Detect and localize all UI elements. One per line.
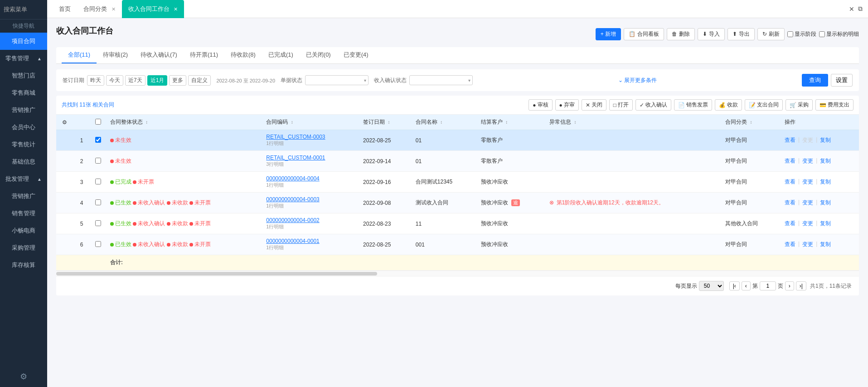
income-confirm-btn[interactable]: ✓ 收入确认: [635, 99, 671, 111]
export-button[interactable]: ⬆ 导出: [727, 28, 755, 40]
review-btn[interactable]: ● 审核: [529, 99, 552, 111]
contract-code-link[interactable]: 0000000000004-0003: [266, 196, 319, 203]
page-input[interactable]: [760, 281, 776, 290]
abandon-btn[interactable]: ● 弃审: [555, 99, 579, 111]
sort-icon[interactable]: ↕: [750, 120, 752, 125]
close-window-icon[interactable]: ✕: [849, 5, 854, 13]
tab-close-contract-category[interactable]: ✕: [112, 6, 116, 12]
contract-code-link[interactable]: 0000000000004-0002: [266, 217, 319, 223]
view-action[interactable]: 查看: [785, 199, 795, 207]
page-size-select[interactable]: 50 10 20 100: [699, 281, 724, 291]
sidebar-item-smart-store[interactable]: 智慧门店: [0, 67, 47, 84]
last-page-btn[interactable]: ›|: [796, 281, 806, 290]
view-action[interactable]: 查看: [785, 241, 795, 248]
filter-tab-pending-income[interactable]: 待收入确认(7): [134, 47, 184, 63]
change-action[interactable]: 变更: [802, 199, 813, 207]
sidebar-item-retail-mgmt[interactable]: 零售管理 ▲: [0, 50, 47, 67]
filter-tab-closed[interactable]: 已关闭(0): [300, 47, 337, 63]
sidebar-search[interactable]: 搜索菜单: [0, 0, 47, 19]
tab-contract-category[interactable]: 合同分类 ✕: [77, 0, 122, 18]
change-action[interactable]: 变更: [802, 157, 813, 165]
expense-btn[interactable]: 💳 费用支出: [815, 99, 853, 111]
next-page-btn[interactable]: ›: [785, 281, 794, 290]
sidebar-item-stock[interactable]: 库存核算: [0, 256, 47, 274]
col-setting[interactable]: ⚙: [56, 115, 73, 130]
view-action[interactable]: 查看: [785, 157, 795, 165]
sort-icon[interactable]: ↕: [574, 120, 577, 125]
sidebar-item-purchase[interactable]: 采购管理: [0, 239, 47, 256]
copy-action[interactable]: 复制: [820, 241, 831, 248]
prev-page-btn[interactable]: ‹: [742, 281, 751, 290]
view-action[interactable]: 查看: [785, 178, 795, 186]
copy-action[interactable]: 复制: [820, 136, 831, 144]
setting-button[interactable]: 设置: [831, 74, 853, 87]
gear-icon[interactable]: ⚙: [0, 366, 47, 387]
sort-icon[interactable]: ↕: [505, 120, 508, 125]
sidebar-item-project[interactable]: 项目合同: [0, 33, 47, 50]
contract-code-link[interactable]: 0000000000004-0004: [266, 175, 319, 182]
copy-action[interactable]: 复制: [820, 157, 831, 165]
show-detail-checkbox[interactable]: 显示标的明细: [819, 30, 859, 38]
tab-close-income-workbench[interactable]: ✕: [174, 6, 178, 12]
settings-icon[interactable]: ⚙: [62, 119, 67, 126]
sort-icon[interactable]: ↕: [145, 120, 148, 125]
copy-action[interactable]: 复制: [820, 199, 831, 207]
sidebar-item-marketing[interactable]: 营销推广: [0, 102, 47, 119]
sort-icon[interactable]: ↕: [291, 120, 293, 125]
sales-invoice-btn[interactable]: 📄 销售发票: [674, 99, 712, 111]
change-action[interactable]: 变更: [802, 241, 813, 248]
purchase-btn[interactable]: 🛒 采购: [786, 99, 813, 111]
sidebar-item-sales-mgmt[interactable]: 销售管理: [0, 205, 47, 222]
filter-tab-pending-review[interactable]: 待审核(2): [97, 47, 134, 63]
tab-home[interactable]: 首页: [53, 0, 77, 18]
sidebar-item-marketing2[interactable]: 营销推广: [0, 188, 47, 205]
view-action[interactable]: 查看: [785, 136, 795, 144]
payment-btn[interactable]: 💰 收款: [715, 99, 742, 111]
view-action[interactable]: 查看: [785, 220, 795, 227]
copy-action[interactable]: 复制: [820, 220, 831, 227]
contract-code-link[interactable]: RETAIL_CUSTOM-0003: [266, 134, 325, 140]
kanban-button[interactable]: 📋 合同看板: [624, 28, 664, 40]
horizontal-scrollbar[interactable]: [56, 271, 859, 276]
sidebar-item-xiaopu[interactable]: 小畅电商: [0, 222, 47, 239]
tab-income-workbench[interactable]: 收入合同工作台 ✕: [122, 0, 184, 18]
filter-tab-pending-invoice[interactable]: 待开票(11): [184, 47, 224, 63]
contract-code-link[interactable]: 0000000000004-0001: [266, 238, 319, 244]
restore-window-icon[interactable]: ⧉: [858, 5, 863, 13]
contract-code-link[interactable]: RETAIL_CUSTOM-0001: [266, 155, 325, 161]
refresh-button[interactable]: ↻ 刷新: [757, 28, 785, 40]
date-btn-yesterday[interactable]: 昨天: [87, 75, 104, 86]
open-btn[interactable]: □ 打开: [609, 99, 633, 111]
filter-tab-all[interactable]: 全部(11): [62, 47, 97, 63]
import-button[interactable]: ⬇ 导入: [698, 28, 725, 40]
change-action[interactable]: 变更: [802, 220, 813, 227]
date-btn-today[interactable]: 今天: [106, 75, 123, 86]
query-button[interactable]: 查询: [802, 74, 828, 87]
sidebar-item-retail-stats[interactable]: 零售统计: [0, 136, 47, 153]
first-page-btn[interactable]: |‹: [729, 281, 740, 290]
delete-button[interactable]: 🗑 删除: [667, 28, 695, 40]
add-button[interactable]: + 新增: [596, 28, 621, 40]
filter-tab-changed[interactable]: 已变更(4): [337, 47, 375, 63]
expand-conditions-btn[interactable]: ⌄ 展开更多条件: [618, 77, 657, 84]
close-btn[interactable]: ✕ 关闭: [582, 99, 606, 111]
date-btn-last1m[interactable]: 近1月: [147, 75, 168, 86]
sidebar-item-batch-mgmt[interactable]: 批发管理 ▲: [0, 170, 47, 188]
sort-icon[interactable]: ↕: [388, 120, 390, 125]
filter-tab-pending-payment[interactable]: 待收款(8): [224, 47, 262, 63]
change-action[interactable]: 变更: [802, 136, 813, 144]
filter-tab-completed[interactable]: 已完成(1): [262, 47, 300, 63]
sidebar-item-basic-info[interactable]: 基础信息: [0, 153, 47, 170]
income-confirm-status-select[interactable]: [409, 75, 473, 85]
doc-status-select[interactable]: [305, 75, 369, 85]
out-contract-btn[interactable]: 📝 支出合同: [745, 99, 783, 111]
show-cols-checkbox[interactable]: 显示阶段: [787, 30, 816, 38]
date-btn-last7[interactable]: 近7天: [125, 75, 145, 86]
select-all-checkbox[interactable]: [95, 119, 101, 125]
date-btn-more[interactable]: 更多: [169, 75, 186, 86]
copy-action[interactable]: 复制: [820, 178, 831, 186]
sidebar-item-retail-mall[interactable]: 零售商城: [0, 84, 47, 102]
sort-icon[interactable]: ↕: [440, 120, 442, 125]
change-action[interactable]: 变更: [802, 178, 813, 186]
date-btn-custom[interactable]: 自定义: [188, 75, 211, 86]
